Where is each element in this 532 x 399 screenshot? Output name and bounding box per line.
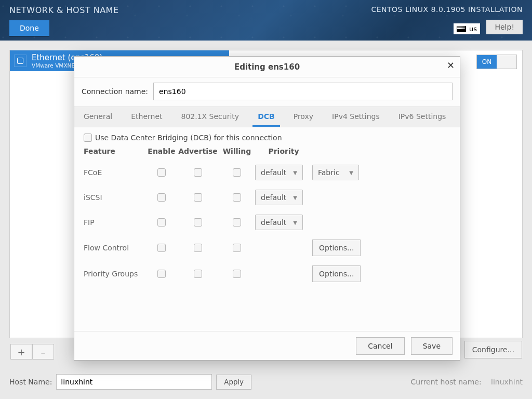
fip-advertise-checkbox[interactable]	[194, 218, 202, 227]
close-icon[interactable]: ✕	[447, 60, 455, 71]
dialog-body: Connection name: General Ethernet 802.1X…	[74, 77, 460, 331]
done-button[interactable]: Done	[9, 20, 49, 36]
current-hostname-label: Current host name:	[410, 378, 481, 386]
fcoe-mode-select[interactable]: Fabric▼	[312, 165, 359, 180]
chevron-down-icon: ▼	[293, 195, 297, 201]
tab-general[interactable]: General	[78, 107, 117, 127]
ethernet-icon	[14, 55, 26, 67]
hostname-input[interactable]	[56, 374, 212, 390]
col-advertise: Advertise	[177, 147, 219, 155]
installer-topbar: NETWORK & HOST NAME CENTOS LINUX 8.0.190…	[0, 0, 532, 41]
hostname-label: Host Name:	[9, 378, 52, 386]
fip-priority-select[interactable]: default▼	[255, 215, 303, 230]
row-priogroups-label: Priority Groups	[84, 270, 146, 278]
hostname-row: Host Name: Apply Current host name: linu…	[9, 374, 523, 390]
dialog-titlebar: Editing ens160 ✕	[74, 57, 460, 77]
row-iscsi-label: iSCSI	[84, 193, 146, 202]
use-dcb-checkbox[interactable]	[84, 134, 92, 142]
keyboard-indicator[interactable]: us	[454, 23, 480, 34]
prio-options-button[interactable]: Options...	[312, 265, 361, 282]
col-enable: Enable	[146, 147, 177, 155]
col-willing: Willing	[219, 147, 255, 155]
configure-button[interactable]: Configure...	[464, 341, 522, 358]
help-button[interactable]: Help!	[486, 20, 523, 34]
keyboard-icon	[457, 26, 466, 32]
dialog-tabs: General Ethernet 802.1X Security DCB Pro…	[74, 107, 460, 127]
connection-name-label: Connection name:	[82, 87, 148, 96]
cancel-button[interactable]: Cancel	[356, 337, 404, 355]
add-interface-button[interactable]: +	[10, 344, 32, 360]
tab-ethernet[interactable]: Ethernet	[126, 107, 167, 127]
row-flow-label: Flow Control	[84, 244, 146, 252]
prio-enable-checkbox[interactable]	[157, 270, 166, 278]
chevron-down-icon: ▼	[293, 170, 297, 176]
chevron-down-icon: ▼	[293, 220, 297, 225]
tab-ipv4[interactable]: IPv4 Settings	[327, 107, 385, 127]
toggle-on-label: ON	[477, 55, 497, 69]
prio-advertise-checkbox[interactable]	[194, 270, 202, 278]
col-feature: Feature	[84, 147, 146, 155]
flow-enable-checkbox[interactable]	[157, 244, 166, 252]
fcoe-mode-value: Fabric	[318, 168, 340, 177]
row-fip-label: FIP	[84, 218, 146, 227]
fip-priority-value: default	[261, 218, 286, 227]
remove-interface-button[interactable]: –	[32, 344, 54, 360]
tab-dcb[interactable]: DCB	[252, 107, 280, 127]
iscsi-advertise-checkbox[interactable]	[194, 193, 202, 202]
dialog-title: Editing ens160	[234, 62, 300, 72]
iscsi-enable-checkbox[interactable]	[157, 193, 166, 202]
fcoe-willing-checkbox[interactable]	[233, 168, 241, 177]
row-fcoe-label: FCoE	[84, 168, 146, 177]
interface-toggle[interactable]: ON	[476, 55, 517, 69]
flow-willing-checkbox[interactable]	[233, 244, 241, 252]
fip-willing-checkbox[interactable]	[233, 218, 241, 227]
fcoe-priority-select[interactable]: default▼	[255, 165, 303, 180]
tab-proxy[interactable]: Proxy	[288, 107, 318, 127]
iscsi-priority-value: default	[261, 193, 286, 202]
connection-name-input[interactable]	[153, 83, 453, 100]
fcoe-priority-value: default	[261, 168, 286, 177]
dcb-tab-content: Use Data Center Bridging (DCB) for this …	[82, 127, 453, 288]
iscsi-willing-checkbox[interactable]	[233, 193, 241, 202]
flow-advertise-checkbox[interactable]	[194, 244, 202, 252]
tab-ipv6[interactable]: IPv6 Settings	[393, 107, 451, 127]
chevron-down-icon: ▼	[349, 170, 353, 176]
fcoe-advertise-checkbox[interactable]	[194, 168, 202, 177]
flow-options-button[interactable]: Options...	[312, 240, 361, 256]
installer-version: CENTOS LINUX 8.0.1905 INSTALLATION	[371, 5, 523, 14]
prio-willing-checkbox[interactable]	[233, 270, 241, 278]
apply-hostname-button[interactable]: Apply	[216, 375, 251, 390]
tab-8021x[interactable]: 802.1X Security	[176, 107, 245, 127]
fip-enable-checkbox[interactable]	[157, 218, 166, 227]
iscsi-priority-select[interactable]: default▼	[255, 190, 303, 205]
keyboard-layout: us	[469, 25, 477, 33]
dialog-footer: Cancel Save	[74, 331, 460, 360]
current-hostname-value: linuxhint	[491, 378, 523, 386]
edit-connection-dialog: Editing ens160 ✕ Connection name: Genera…	[74, 56, 460, 361]
fcoe-enable-checkbox[interactable]	[157, 168, 166, 177]
toggle-knob	[497, 55, 516, 69]
save-button[interactable]: Save	[411, 337, 453, 355]
use-dcb-label: Use Data Center Bridging (DCB) for this …	[95, 134, 282, 142]
col-priority: Priority	[255, 147, 312, 155]
